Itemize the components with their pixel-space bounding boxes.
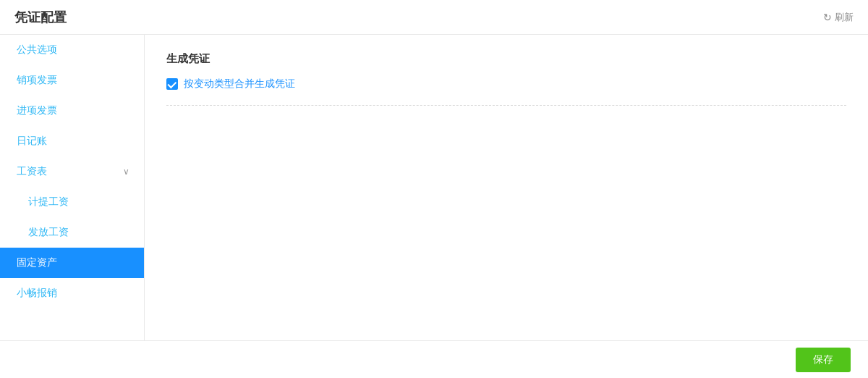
sidebar-item-payroll-issue[interactable]: 发放工资 bbox=[0, 217, 144, 248]
sidebar-item-expense-reimbursement[interactable]: 小畅报销 bbox=[0, 278, 144, 308]
sidebar-item-label: 进项发票 bbox=[17, 104, 57, 117]
sidebar-item-public-options[interactable]: 公共选项 bbox=[0, 35, 144, 65]
sidebar-item-payroll-table[interactable]: 工资表∨ bbox=[0, 156, 144, 187]
sidebar-item-label: 小畅报销 bbox=[17, 287, 57, 300]
sidebar-item-fixed-assets[interactable]: 固定资产 bbox=[0, 248, 144, 278]
page-title: 凭证配置 bbox=[14, 9, 67, 26]
sidebar-item-label: 公共选项 bbox=[17, 43, 57, 56]
sidebar-item-label: 销项发票 bbox=[17, 74, 57, 87]
section-divider bbox=[166, 105, 846, 106]
sidebar-item-sales-invoice[interactable]: 销项发票 bbox=[0, 65, 144, 96]
save-button[interactable]: 保存 bbox=[796, 348, 851, 372]
page-wrapper: 凭证配置 ↻ 刷新 公共选项销项发票进项发票日记账工资表∨计提工资发放工资固定资… bbox=[0, 0, 868, 378]
sidebar-item-journal[interactable]: 日记账 bbox=[0, 126, 144, 156]
sidebar-item-label: 固定资产 bbox=[17, 256, 57, 269]
merge-by-type-label[interactable]: 按变动类型合并生成凭证 bbox=[184, 77, 295, 91]
sidebar-item-label: 计提工资 bbox=[28, 196, 69, 209]
checkbox-row: 按变动类型合并生成凭证 bbox=[166, 77, 846, 91]
refresh-label: 刷新 bbox=[835, 11, 854, 24]
chevron-down-icon: ∨ bbox=[123, 167, 129, 177]
sidebar-item-purchase-invoice[interactable]: 进项发票 bbox=[0, 96, 144, 126]
sidebar-item-label: 发放工资 bbox=[28, 226, 69, 239]
sidebar-item-label: 日记账 bbox=[17, 135, 47, 148]
sidebar-item-payroll-accrual[interactable]: 计提工资 bbox=[0, 187, 144, 217]
refresh-button[interactable]: ↻ 刷新 bbox=[823, 11, 854, 24]
sidebar: 公共选项销项发票进项发票日记账工资表∨计提工资发放工资固定资产小畅报销 bbox=[0, 35, 145, 340]
sidebar-item-label: 工资表 bbox=[17, 165, 47, 178]
refresh-icon: ↻ bbox=[823, 12, 832, 23]
footer: 保存 bbox=[0, 340, 868, 378]
merge-by-type-checkbox[interactable] bbox=[166, 78, 178, 90]
main-content: 生成凭证 按变动类型合并生成凭证 bbox=[145, 35, 868, 340]
body-layout: 公共选项销项发票进项发票日记账工资表∨计提工资发放工资固定资产小畅报销 生成凭证… bbox=[0, 35, 868, 340]
header: 凭证配置 ↻ 刷新 bbox=[0, 0, 868, 35]
section-title: 生成凭证 bbox=[166, 52, 846, 66]
